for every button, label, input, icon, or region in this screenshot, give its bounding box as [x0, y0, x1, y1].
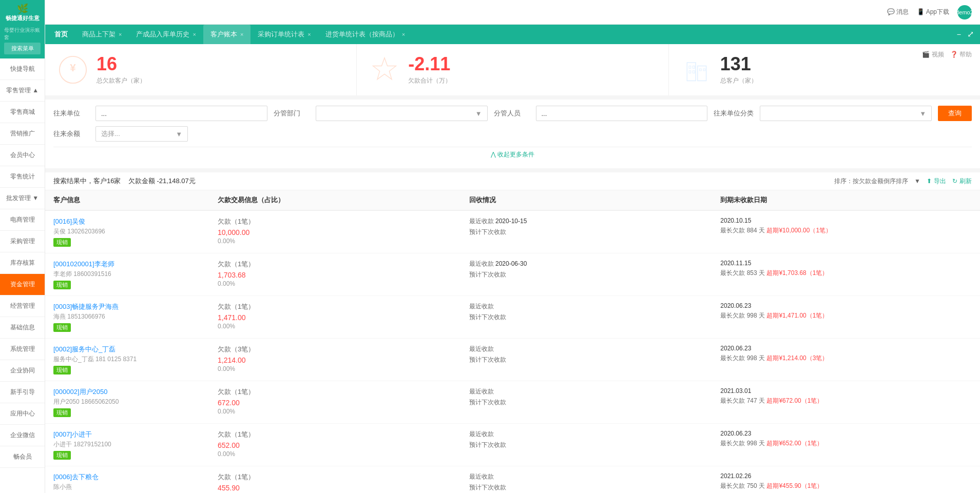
sidebar-item-marketing[interactable]: 营销推广: [0, 123, 45, 145]
customer-name-0[interactable]: [0016]吴俊: [53, 217, 218, 226]
export-button[interactable]: ⬆ 导出: [927, 177, 946, 186]
sidebar-item-inventory[interactable]: 库存核算: [0, 252, 45, 274]
overdue-amount-2[interactable]: 超期¥1,471.00（1笔）: [766, 312, 828, 319]
table-header: 客户信息 欠款交易信息（占比） 回收情况 到期未收款日期: [45, 190, 980, 211]
export-icon: ⬆: [927, 178, 932, 185]
sort-chevron-icon: ▼: [914, 178, 920, 185]
app-logo: 🌿 畅捷通好生意: [0, 0, 45, 25]
user-avatar[interactable]: demo2: [957, 5, 972, 19]
payback-info-2: 最近收款 预计下次收款: [469, 302, 721, 324]
sidebar-item-member[interactable]: 会员中心: [0, 145, 45, 166]
debt-label-0: 欠款（1笔）: [218, 217, 469, 226]
unit-class-label: 往来单位分类: [714, 109, 754, 118]
dept-select[interactable]: ▼: [316, 106, 488, 121]
collapse-up-icon: ⋀: [491, 151, 496, 158]
tab-maximize-icon[interactable]: ⤢: [967, 29, 974, 40]
customer-name-1[interactable]: [0001020001]李老师: [53, 260, 218, 269]
balance-chevron-icon: ▼: [176, 130, 182, 138]
sidebar-item-wechat[interactable]: 企业微信: [0, 425, 45, 446]
debt-percent-2: 0.00%: [218, 323, 469, 330]
overdue-amount-6[interactable]: 超期¥455.90（1笔）: [766, 482, 823, 489]
customer-tag-3: 现销: [53, 366, 71, 374]
sidebar-item-retail-mgmt[interactable]: 零售管理 ▲: [0, 80, 45, 102]
refresh-button[interactable]: ↻ 刷新: [952, 177, 972, 186]
app-download-link[interactable]: 📱 App下载: [917, 8, 949, 16]
tab-finished-goods[interactable]: 产成品入库单历史 ×: [129, 25, 203, 44]
video-help-link[interactable]: 🎬 视频: [922, 50, 944, 59]
sidebar-item-guide[interactable]: 新手引导: [0, 382, 45, 403]
message-link[interactable]: 💬 消息: [887, 8, 909, 16]
sidebar-item-operation[interactable]: 经营管理: [0, 295, 45, 317]
tab-home[interactable]: 首页: [47, 25, 75, 44]
tab-finished-goods-close[interactable]: ×: [193, 31, 196, 37]
overdue-amount-0[interactable]: 超期¥10,000.00（1笔）: [766, 227, 832, 234]
search-menu-button[interactable]: 搜索菜单: [4, 43, 41, 54]
payback-last-0: 最近收款 2020-10-15: [469, 217, 721, 226]
payback-next-3: 预计下次收款: [469, 356, 721, 364]
overdue-days-6: 最长欠款 750 天 超期¥455.90（1笔）: [720, 482, 972, 490]
customer-name-3[interactable]: [0002]服务中心_丁磊: [53, 345, 218, 354]
from-unit-input[interactable]: ...: [95, 106, 267, 121]
sidebar-item-retail-store[interactable]: 零售商城: [0, 102, 45, 123]
sidebar-item-quick-nav[interactable]: 快捷导航: [0, 58, 45, 80]
overdue-amount-4[interactable]: 超期¥672.00（1笔）: [766, 397, 823, 404]
customer-contact-1: 李老师 18600391516: [53, 270, 218, 279]
tab-customer-account-close[interactable]: ×: [240, 31, 243, 37]
debt-amount-4[interactable]: 672.00: [218, 399, 469, 407]
tab-inbound-stats-close[interactable]: ×: [402, 31, 405, 37]
overdue-amount-5[interactable]: 超期¥652.00（1笔）: [766, 440, 823, 447]
customer-tag-1: 现销: [53, 281, 71, 289]
tab-minimize-icon[interactable]: －: [955, 29, 963, 40]
sidebar-item-app-center[interactable]: 应用中心: [0, 403, 45, 425]
svg-rect-6: [693, 66, 695, 69]
debt-amount-1[interactable]: 1,703.68: [218, 271, 469, 279]
app-download-label: App下载: [926, 8, 949, 15]
sidebar-item-purchase[interactable]: 采购管理: [0, 231, 45, 252]
customer-info-5: [0007]小进干 小进干 18279152100 现销: [53, 430, 218, 460]
overdue-date-5: 2020.06.23: [720, 430, 972, 437]
unit-class-select[interactable]: ▼: [760, 106, 932, 121]
help-link[interactable]: ❓ 帮助: [950, 50, 972, 59]
sidebar-item-wholesale[interactable]: 批发管理 ▼: [0, 188, 45, 209]
from-unit-label: 往来单位: [53, 109, 89, 118]
customer-name-6[interactable]: [0006]去下粮仓: [53, 472, 218, 482]
tab-purchase-order-close[interactable]: ×: [308, 31, 311, 37]
industry-label: 母婴行业演示账套: [4, 27, 41, 41]
search-button[interactable]: 查询: [938, 106, 972, 121]
stat-debt-total: -2.11 欠款合计（万）: [357, 44, 668, 95]
debt-info-2: 欠款（1笔） 1,471.00 0.00%: [218, 302, 469, 330]
sidebar-item-retail-stats[interactable]: 零售统计: [0, 166, 45, 188]
overdue-date-3: 2020.06.23: [720, 345, 972, 352]
person-input[interactable]: ...: [536, 106, 708, 121]
tab-purchase-order[interactable]: 采购订单统计表 ×: [251, 25, 318, 44]
debt-amount-0[interactable]: 10,000.00: [218, 228, 469, 236]
sidebar-item-basic-info[interactable]: 基础信息: [0, 317, 45, 339]
debt-amount-3[interactable]: 1,214.00: [218, 356, 469, 364]
debt-amount-6[interactable]: 455.90: [218, 484, 469, 492]
overdue-date-0: 2020.10.15: [720, 217, 972, 224]
overdue-date-1: 2020.11.15: [720, 260, 972, 267]
balance-select[interactable]: 选择... ▼: [95, 126, 188, 142]
overdue-amount-1[interactable]: 超期¥1,703.68（1笔）: [766, 269, 828, 277]
sidebar-item-finance[interactable]: 资金管理: [0, 274, 45, 295]
refresh-label: 刷新: [959, 177, 972, 186]
debt-amount-5[interactable]: 652.00: [218, 441, 469, 449]
tab-product-listing[interactable]: 商品上下架 ×: [75, 25, 129, 44]
sidebar-item-ecommerce[interactable]: 电商管理: [0, 209, 45, 231]
svg-rect-9: [699, 69, 701, 71]
debt-info-3: 欠款（3笔） 1,214.00 0.00%: [218, 345, 469, 372]
sidebar-item-system[interactable]: 系统管理: [0, 339, 45, 360]
overdue-amount-3[interactable]: 超期¥1,214.00（3笔）: [766, 354, 828, 362]
stats-row: ¥ 16 总欠款客户（家） -2.11 欠款合计（万）: [45, 44, 980, 95]
debt-label-4: 欠款（1笔）: [218, 387, 469, 397]
customer-name-5[interactable]: [0007]小进干: [53, 430, 218, 439]
tab-product-listing-close[interactable]: ×: [119, 31, 122, 37]
customer-name-2[interactable]: [0003]畅捷服务尹海燕: [53, 302, 218, 311]
filter-collapse-btn[interactable]: ⋀ 收起更多条件: [53, 147, 972, 162]
debt-amount-2[interactable]: 1,471.00: [218, 313, 469, 322]
sidebar-item-member-vip[interactable]: 畅会员: [0, 446, 45, 468]
sidebar-item-collab[interactable]: 企业协同: [0, 360, 45, 382]
tab-inbound-stats[interactable]: 进货单统计表（按商品） ×: [318, 25, 412, 44]
customer-name-4[interactable]: [000002]用户2050: [53, 387, 218, 397]
tab-customer-account[interactable]: 客户账本 ×: [203, 25, 251, 44]
